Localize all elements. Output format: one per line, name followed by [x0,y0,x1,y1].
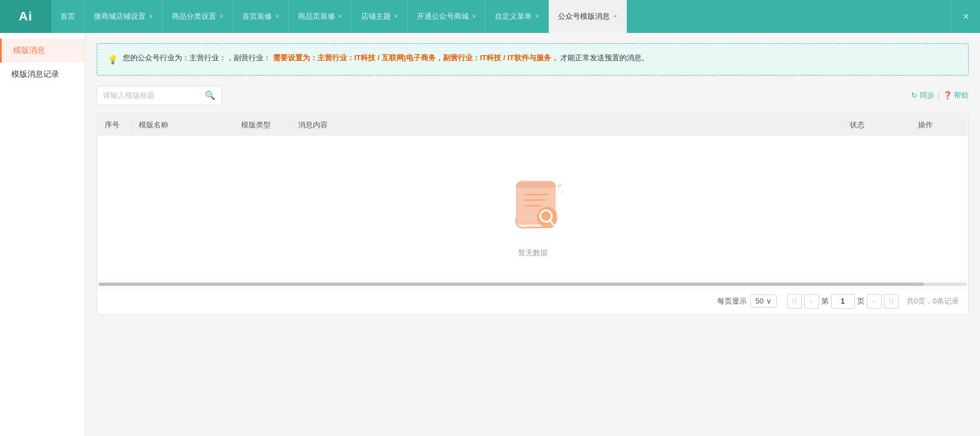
total-info: 共0页，0条记录 [907,296,959,306]
nav-tab-label: 自定义菜单 [495,11,532,22]
main-layout: 模版消息模版消息记录 💡 您的公众号行业为：主营行业：，副营行业： 需要设置为：… [0,33,980,436]
empty-illustration [499,171,567,239]
page-number-input[interactable] [831,294,855,309]
nav-tab-close[interactable]: × [472,13,476,20]
nav-tab-label: 微商城店铺设置 [94,11,146,22]
next-page-button[interactable]: › [867,294,882,309]
nav-tab-label: 商品页装修 [298,11,335,22]
table-header-2: 模版类型 [234,114,291,136]
toolbar-right: ↻ 同步 | ❓ 帮助 [911,90,969,101]
nav-tab-template-msg[interactable]: 公众号模版消息× [549,0,627,33]
bulb-icon: 💡 [107,52,118,67]
notice-text: 您的公众号行业为：主营行业：，副营行业： 需要设置为：主营行业：IT科技 / 互… [123,52,649,64]
nav-tab-close[interactable]: × [220,13,224,20]
per-page-select[interactable]: 50 ∨ [750,294,776,308]
empty-text: 暂无数据 [518,248,548,258]
page-input-section: 第 页 [821,294,865,309]
chevron-down-icon: ∨ [766,297,772,305]
nav-tab-open-mall[interactable]: 开通公众号商城× [408,0,486,33]
sidebar-item-template-message[interactable]: 模版消息 [0,39,85,63]
nav-tab-home-decor[interactable]: 首页装修× [233,0,289,33]
sync-icon: ↻ [911,91,917,99]
scrollbar-track [98,283,967,286]
table-header-5: 操作 [911,114,968,136]
empty-state: 暂无数据 [97,136,968,281]
toolbar-divider: | [938,91,940,99]
table-header-1: 模版名称 [132,114,234,136]
nav-tab-close[interactable]: × [149,13,153,20]
page-suffix: 页 [857,296,865,306]
nav-tab-label: 店铺主题 [361,11,391,22]
help-button[interactable]: ❓ 帮助 [943,90,969,101]
nav-tab-close[interactable]: × [275,13,279,20]
nav-tabs: 首页微商城店铺设置×商品分类设置×首页装修×商品页装修×店铺主题×开通公众号商城… [51,0,952,33]
svg-point-8 [561,191,563,193]
nav-tab-home[interactable]: 首页 [51,0,85,33]
per-page-label: 每页显示 [717,296,747,306]
nav-tab-close[interactable]: × [338,13,342,20]
nav-tab-product-category[interactable]: 商品分类设置× [163,0,233,33]
nav-tab-label: 公众号模版消息 [558,11,610,22]
top-nav: Ai 首页微商城店铺设置×商品分类设置×首页装修×商品页装修×店铺主题×开通公众… [0,0,980,33]
nav-tab-custom-menu[interactable]: 自定义菜单× [486,0,549,33]
page-label: 第 [821,296,829,306]
prev-page-button[interactable]: ‹ [804,294,819,309]
data-table: 序号模版名称模版类型消息内容状态操作 [97,114,968,136]
nav-tab-label: 商品分类设置 [172,11,216,22]
pagination-nav: ⟨⟨ ‹ 第 页 › ⟩⟩ 共0页，0条记录 [787,294,959,309]
table-header-4: 状态 [843,114,911,136]
table-container: 序号模版名称模版类型消息内容状态操作 [97,113,969,315]
nav-tab-label: 开通公众号商城 [417,11,469,22]
per-page-section: 每页显示 50 ∨ [717,294,776,308]
sidebar-item-template-message-record[interactable]: 模版消息记录 [0,63,85,86]
table-header-0: 序号 [98,114,132,136]
table-header-3: 消息内容 [291,114,843,136]
nav-tab-product-decor[interactable]: 商品页装修× [289,0,352,33]
last-page-button[interactable]: ⟩⟩ [884,294,899,309]
search-bar: 🔍 ↻ 同步 | ❓ 帮助 [97,86,969,105]
nav-tab-close[interactable]: × [394,13,398,20]
svg-point-7 [557,185,560,188]
pagination: 每页显示 50 ∨ ⟨⟨ ‹ 第 页 › ⟩⟩ [97,288,968,314]
nav-tab-label: 首页装修 [242,11,272,22]
nav-tab-close[interactable]: × [613,13,617,20]
notice-highlight: 需要设置为：主营行业：IT科技 / 互联网|电子商务，副营行业：IT科技 / I… [273,53,559,62]
app-logo: Ai [0,0,51,33]
search-icon[interactable]: 🔍 [205,90,216,101]
global-close-button[interactable]: × [952,0,980,33]
first-page-button[interactable]: ⟨⟨ [787,294,802,309]
nav-tab-shop-setting[interactable]: 微商城店铺设置× [85,0,163,33]
search-input[interactable] [103,91,202,99]
sidebar: 模版消息模版消息记录 [0,33,85,436]
sync-button[interactable]: ↻ 同步 [911,90,934,101]
scrollbar-thumb [98,283,924,286]
content-area: 💡 您的公众号行业为：主营行业：，副营行业： 需要设置为：主营行业：IT科技 /… [85,33,980,436]
nav-tab-close[interactable]: × [535,13,539,20]
help-icon: ❓ [943,91,952,99]
nav-tab-store-theme[interactable]: 店铺主题× [352,0,408,33]
nav-tab-label: 首页 [60,11,75,22]
horizontal-scrollbar[interactable] [97,281,968,288]
notice-box: 💡 您的公众号行业为：主营行业：，副营行业： 需要设置为：主营行业：IT科技 /… [97,43,969,76]
search-input-wrap[interactable]: 🔍 [97,86,222,105]
